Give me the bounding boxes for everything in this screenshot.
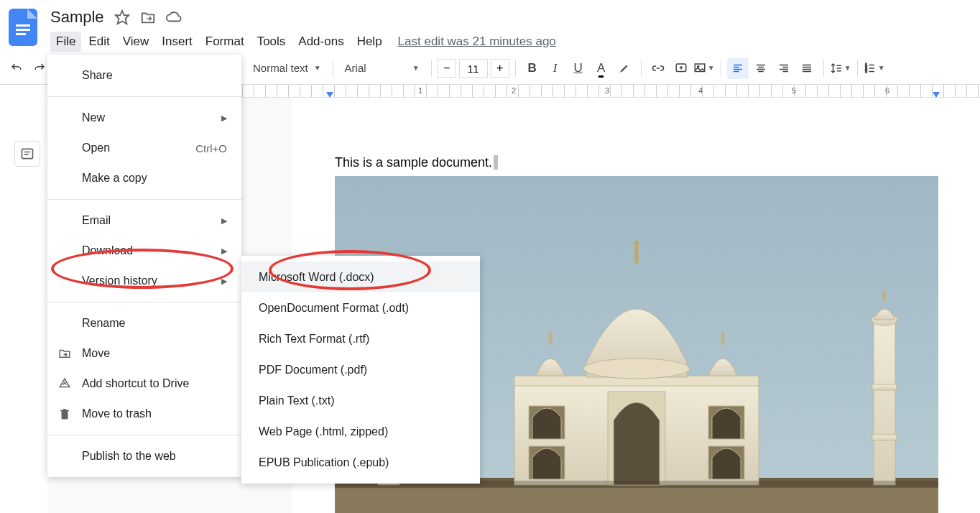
bold-button[interactable]: B	[522, 57, 543, 79]
font-select[interactable]: Arial▼	[339, 57, 425, 79]
menu-format[interactable]: Format	[200, 32, 250, 52]
submenu-item-odt[interactable]: OpenDocument Format (.odt)	[241, 292, 480, 323]
svg-rect-3	[16, 33, 26, 35]
menu-insert[interactable]: Insert	[156, 32, 198, 52]
submenu-item-docx[interactable]: Microsoft Word (.docx)	[241, 262, 480, 292]
menu-view[interactable]: View	[117, 32, 155, 52]
doc-title[interactable]: Sample	[50, 8, 104, 27]
menu-tools[interactable]: Tools	[251, 32, 292, 52]
submenu-item-pdf[interactable]: PDF Document (.pdf)	[241, 354, 480, 385]
menubar: File Edit View Insert Format Tools Add-o…	[50, 32, 980, 52]
svg-rect-24	[883, 291, 886, 301]
font-label: Arial	[345, 62, 366, 74]
font-size-decrease[interactable]: −	[438, 59, 456, 78]
align-right-button[interactable]	[773, 57, 795, 79]
font-size-increase[interactable]: +	[491, 59, 509, 78]
menu-item-make-copy[interactable]: Make a copy	[47, 163, 241, 193]
svg-rect-28	[721, 333, 724, 344]
outline-toggle-button[interactable]	[14, 141, 40, 167]
star-icon[interactable]	[114, 9, 130, 25]
text-cursor	[494, 155, 498, 170]
chevron-down-icon: ▼	[412, 64, 420, 72]
font-size-value[interactable]: 11	[459, 59, 488, 78]
menu-item-email[interactable]: Email▶	[47, 205, 241, 236]
menu-item-add-shortcut[interactable]: Add shortcut to Drive	[47, 369, 241, 399]
body-text[interactable]: This is a sample document.	[335, 155, 938, 170]
submenu-item-epub[interactable]: EPUB Publication (.epub)	[241, 447, 480, 478]
align-left-button[interactable]	[727, 57, 749, 79]
svg-rect-13	[335, 485, 938, 513]
submenu-arrow-icon: ▶	[221, 216, 227, 226]
chevron-down-icon: ▼	[708, 64, 715, 72]
ruler-right-marker[interactable]	[933, 92, 940, 98]
numbered-list-button[interactable]: 123▼	[864, 57, 885, 79]
insert-comment-button[interactable]	[670, 57, 692, 79]
folder-move-icon	[57, 346, 72, 361]
italic-button[interactable]: I	[545, 57, 566, 79]
docs-logo[interactable]	[9, 9, 37, 46]
svg-rect-1	[16, 24, 30, 27]
chevron-down-icon: ▼	[844, 64, 851, 72]
download-submenu: Microsoft Word (.docx) OpenDocument Form…	[241, 256, 480, 484]
menu-item-version-history[interactable]: Version history▶	[47, 266, 241, 296]
svg-point-29	[583, 359, 690, 379]
menu-item-share[interactable]: Share	[47, 60, 241, 91]
insert-link-button[interactable]	[647, 57, 669, 79]
menu-item-new[interactable]: New▶	[47, 103, 241, 133]
submenu-item-txt[interactable]: Plain Text (.txt)	[241, 385, 480, 416]
file-dropdown-menu: Share New▶ OpenCtrl+O Make a copy Email▶…	[47, 55, 241, 477]
svg-rect-23	[872, 435, 897, 440]
highlight-button[interactable]	[614, 57, 635, 79]
cloud-saved-icon[interactable]	[166, 9, 182, 25]
svg-rect-27	[549, 333, 552, 344]
align-justify-button[interactable]	[796, 57, 818, 79]
move-folder-icon[interactable]	[140, 9, 156, 25]
undo-button[interactable]	[6, 57, 27, 79]
menu-item-download[interactable]: Download▶	[47, 236, 241, 266]
menu-item-move[interactable]: Move	[47, 338, 241, 369]
last-edit-link[interactable]: Last edit was 21 minutes ago	[398, 34, 556, 49]
drive-shortcut-icon	[57, 376, 72, 391]
svg-text:3: 3	[865, 70, 867, 73]
font-size-stepper: − 11 +	[438, 59, 509, 78]
submenu-item-html[interactable]: Web Page (.html, zipped)	[241, 416, 480, 447]
svg-point-31	[634, 241, 639, 246]
chevron-down-icon: ▼	[314, 64, 321, 72]
svg-marker-4	[115, 11, 128, 24]
paragraph-style-label: Normal text	[253, 62, 308, 74]
ruler-indent-marker[interactable]	[326, 92, 333, 98]
trash-icon	[57, 407, 72, 421]
text-color-button[interactable]: A	[591, 57, 612, 79]
submenu-item-rtf[interactable]: Rich Text Format (.rtf)	[241, 323, 480, 354]
shortcut-label: Ctrl+O	[195, 142, 227, 154]
svg-rect-20	[874, 320, 895, 485]
line-spacing-button[interactable]: ▼	[830, 57, 851, 79]
insert-image-button[interactable]: ▼	[693, 57, 715, 79]
paragraph-style-select[interactable]: Normal text▼	[247, 57, 327, 79]
svg-rect-22	[872, 384, 897, 390]
svg-rect-0	[9, 9, 37, 46]
svg-rect-2	[16, 29, 30, 31]
chevron-down-icon: ▼	[878, 64, 885, 72]
align-center-button[interactable]	[750, 57, 772, 79]
menu-file[interactable]: File	[50, 32, 81, 52]
menu-addons[interactable]: Add-ons	[292, 32, 349, 52]
menu-help[interactable]: Help	[351, 32, 388, 52]
submenu-arrow-icon: ▶	[221, 114, 227, 123]
submenu-arrow-icon: ▶	[221, 277, 227, 286]
menu-item-rename[interactable]: Rename	[47, 308, 241, 338]
submenu-arrow-icon: ▶	[221, 246, 227, 256]
menu-edit[interactable]: Edit	[83, 32, 115, 52]
menu-item-move-trash[interactable]: Move to trash	[47, 399, 241, 429]
svg-rect-30	[634, 245, 639, 264]
underline-button[interactable]: U	[568, 57, 589, 79]
menu-item-open[interactable]: OpenCtrl+O	[47, 133, 241, 163]
menu-item-publish[interactable]: Publish to the web	[47, 441, 241, 471]
